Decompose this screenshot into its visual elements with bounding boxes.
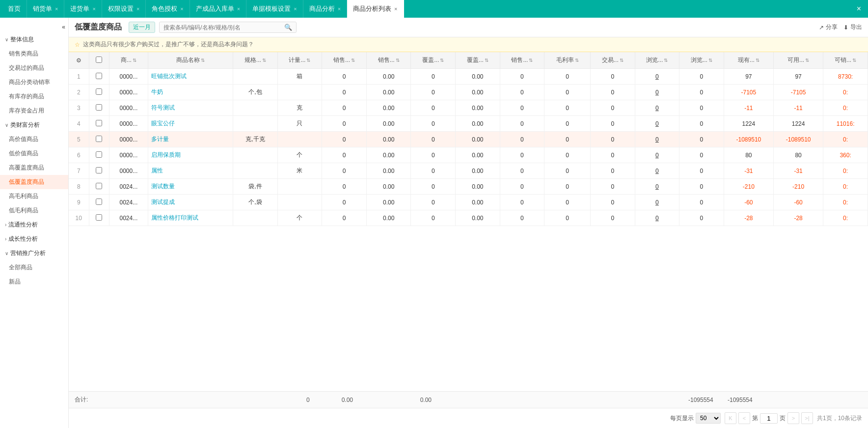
row-checkbox[interactable] [96,183,102,189]
row-name[interactable]: 多计量 [148,132,233,147]
row-browse1[interactable]: 0 [635,147,679,163]
row-checkbox[interactable] [96,136,102,142]
sidebar-item-low-coverage[interactable]: 低覆盖度商品 [0,175,68,189]
close-icon[interactable]: × [180,6,183,12]
page-number-input[interactable] [760,413,778,424]
checkbox-column-header[interactable] [89,52,109,69]
last-page-button[interactable]: >| [801,412,813,424]
col-trade[interactable]: 交易...⇅ [590,52,635,69]
sidebar-item-high-margin[interactable]: 高毛利商品 [0,189,68,203]
row-browse1[interactable]: 0 [635,195,679,210]
row-checkbox[interactable] [96,151,102,158]
nav-product-analysis[interactable]: 商品分析 × [303,0,347,18]
nav-permission-settings[interactable]: 权限设置 × [102,0,146,18]
row-checkbox[interactable] [96,167,102,173]
row-browse1[interactable]: 0 [635,100,679,116]
row-name[interactable]: 测试提成 [148,195,233,210]
row-browse1[interactable]: 0 [635,69,679,85]
sidebar-item-sales-goods[interactable]: 销售类商品 [0,47,68,61]
row-checkbox[interactable] [96,88,102,95]
sidebar-section-growth[interactable]: › 成长性分析 [0,232,68,246]
nav-sales-order[interactable]: 销货单 × [27,0,64,18]
row-checkbox[interactable] [96,73,102,79]
nav-home[interactable]: 首页 [2,0,27,18]
sidebar-section-overall[interactable]: ∨ 整体信息 [0,32,68,47]
col-browse1[interactable]: 浏览...⇅ [635,52,679,69]
col-cover2[interactable]: 覆盖...⇅ [456,52,500,69]
nav-product-warehouse[interactable]: 产成品入库单 × [190,0,246,18]
sidebar-item-capital-occupation[interactable]: 库存资金占用 [0,104,68,118]
sidebar-item-high-coverage[interactable]: 高覆盖度商品 [0,161,68,175]
row-name[interactable]: 旺铺批次测试 [148,69,233,85]
export-button[interactable]: ⬇ 导出 [843,23,862,31]
close-icon[interactable]: × [237,6,240,12]
nav-product-analysis-list[interactable]: 商品分析列表 × [347,0,404,18]
sidebar-item-traded-goods[interactable]: 交易过的商品 [0,61,68,75]
sidebar-section-marketing[interactable]: ∨ 营销推广分析 [0,246,68,260]
close-icon[interactable]: × [92,6,95,12]
sidebar-item-all-goods[interactable]: 全部商品 [0,260,68,275]
sidebar-item-stocked-goods[interactable]: 有库存的商品 [0,89,68,104]
close-icon[interactable]: × [136,6,139,12]
col-spec[interactable]: 规格...⇅ [233,52,278,69]
row-checkbox[interactable] [96,104,102,111]
close-icon[interactable]: × [338,6,341,12]
row-browse1[interactable]: 0 [635,132,679,147]
col-sales3[interactable]: 销售...⇅ [500,52,544,69]
row-checkbox[interactable] [96,199,102,205]
sidebar-item-high-value[interactable]: 高价值商品 [0,132,68,146]
row-checkbox[interactable] [96,214,102,221]
sidebar-section-circulation[interactable]: › 流通性分析 [0,218,68,232]
nav-role-auth[interactable]: 角色授权 × [146,0,190,18]
row-browse1[interactable]: 0 [635,116,679,132]
search-input[interactable] [163,24,284,31]
next-page-button[interactable]: > [787,412,799,424]
row-browse1[interactable]: 0 [635,210,679,226]
row-checkbox[interactable] [96,120,102,126]
per-page-select[interactable]: 50 10 20 100 [696,413,721,424]
col-stock1[interactable]: 现有...⇅ [724,52,773,69]
row-code: 0024... [109,195,148,210]
first-page-button[interactable]: K [725,412,736,424]
row-name[interactable]: 启用保质期 [148,147,233,163]
col-stock2[interactable]: 可用...⇅ [774,52,823,69]
row-name[interactable]: 属性 [148,163,233,179]
row-name[interactable]: 属性价格打印测试 [148,210,233,226]
col-stock3[interactable]: 可销...⇅ [823,52,868,69]
row-browse1[interactable]: 0 [635,163,679,179]
col-margin[interactable]: 毛利率⇅ [544,52,591,69]
close-all-tabs[interactable]: × [852,4,866,13]
sidebar-item-category-rate[interactable]: 商品分类动销率 [0,75,68,89]
close-icon[interactable]: × [394,6,397,12]
col-code[interactable]: 商...⇅ [109,52,148,69]
row-browse1[interactable]: 0 [635,179,679,195]
sidebar-item-low-value[interactable]: 低价值商品 [0,146,68,161]
col-browse2[interactable]: 浏览...⇅ [679,52,724,69]
settings-column-header[interactable]: ⚙ [69,52,89,69]
row-name[interactable]: 测试数量 [148,179,233,195]
col-unit[interactable]: 计量...⇅ [277,52,322,69]
row-margin: 0 [544,163,591,179]
row-stock3: 8730: [823,69,868,85]
row-browse1[interactable]: 0 [635,85,679,100]
date-filter-tag[interactable]: 近一月 [129,22,155,33]
sidebar-section-wealth[interactable]: ∨ 类财富分析 [0,118,68,132]
close-icon[interactable]: × [55,6,58,12]
col-sales1[interactable]: 销售...⇅ [322,52,367,69]
select-all-checkbox[interactable] [96,57,102,63]
col-sales2[interactable]: 销售...⇅ [366,52,411,69]
nav-purchase-order[interactable]: 进货单 × [64,0,102,18]
prev-page-button[interactable]: < [738,412,750,424]
sidebar-item-new-goods[interactable]: 新品 [0,275,68,289]
search-icon[interactable]: 🔍 [284,24,292,31]
row-name[interactable]: 符号测试 [148,100,233,116]
row-name[interactable]: 牛奶 [148,85,233,100]
row-name[interactable]: 眼宝公仔 [148,116,233,132]
close-icon[interactable]: × [294,6,297,12]
share-button[interactable]: ↗ 分享 [819,23,838,31]
col-name[interactable]: 商品名称⇅ [148,52,233,69]
col-cover1[interactable]: 覆盖...⇅ [411,52,456,69]
sidebar-item-low-margin[interactable]: 低毛利商品 [0,203,68,218]
nav-template-settings[interactable]: 单据模板设置 × [246,0,303,18]
sidebar-collapse-button[interactable]: « [0,22,68,32]
